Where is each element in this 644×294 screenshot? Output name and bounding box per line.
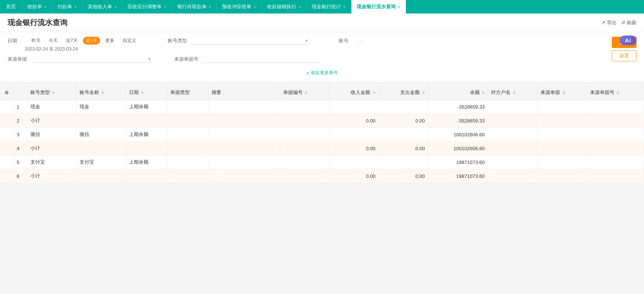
nav-tab-shoukuanxiaoxiao[interactable]: 收款核销执行 × [262,0,306,13]
td-date: 上期余额 [126,128,167,142]
close-icon[interactable]: × [74,4,77,9]
close-icon[interactable]: × [299,4,301,9]
th-source-doc[interactable]: 来源单据 ⇅ [537,85,587,100]
collapse-bar[interactable]: ∧ 收起更多条件 [8,68,636,78]
table-row: 2小计0.000.00-3528659.33 [0,114,644,128]
td-summary [208,142,280,155]
source-doc-no-label: 来源单据号 [174,56,198,63]
td-source-doc [537,169,587,183]
dots-icon[interactable]: ··· [357,37,364,44]
account-type-select[interactable]: ▾ [190,37,310,45]
date-label: 日期 [8,37,23,44]
nav-tab-yushou[interactable]: 预收冲应收单 × [217,0,261,13]
td-expense: 0.00 [379,142,428,155]
nav-home[interactable]: 首页 [0,0,22,13]
export-icon: ↗ [601,20,605,25]
th-counterparty[interactable]: 对方户名 ⇅ [488,85,537,100]
td-income [329,155,379,169]
date-option-custom[interactable]: 自定义 [120,37,139,45]
page-header: 现金银行流水查询 ↗ 导出 ↺ 刷新 [0,13,644,32]
td-account-type: 小计 [27,114,77,128]
td-counterparty [488,100,537,114]
td-income: 0.00 [329,114,379,128]
chevron-down-icon: ▾ [305,38,308,43]
export-button[interactable]: ↗ 导出 [601,19,617,26]
source-doc-select[interactable]: ▾ [33,55,153,63]
date-option-yesterday[interactable]: 昨天 [29,37,44,45]
td-source-doc-no [587,155,644,169]
th-doc-no[interactable]: 单据编号 ⇅ [280,85,329,100]
filter-area: 日期 昨天 今天 近7天 近1月 更多 自定义 账号类型 ▾ [0,32,644,82]
nav-tab-shoukuandan[interactable]: 收款单 × [22,0,52,13]
close-icon[interactable]: × [343,4,345,9]
refresh-button[interactable]: ↺ 刷新 [621,19,636,26]
nav-tab-qitashouru[interactable]: 其他收入单 × [83,0,122,13]
close-icon[interactable]: × [44,4,47,9]
td-account-type: 微信 [27,128,77,142]
close-icon[interactable]: × [114,4,117,9]
source-doc-no-input[interactable] [201,55,321,63]
date-option-more[interactable]: 更多 [102,37,117,45]
td-account-type: 小计 [27,169,77,183]
td-expense: 0.00 [379,114,428,128]
th-balance[interactable]: 余额 ⇅ [428,85,488,100]
td-summary [208,155,280,169]
ai-badge[interactable]: Ai [620,36,636,45]
td-doc-type [167,128,208,142]
td-doc-type [167,169,208,183]
th-source-doc-no[interactable]: 来源单据号 ⇅ [587,85,644,100]
td-summary [208,114,280,128]
td-index: 5 [14,155,27,169]
nav-tab-yinhang[interactable]: 银行存取款单 × [172,0,217,13]
th-account-type[interactable]: 账号类型 ⇅ [27,85,77,100]
td-balance: -3528659.33 [428,100,488,114]
td-date: 上期余额 [126,155,167,169]
source-doc-label: 来源单据 [8,56,27,63]
nav-tab-fukuandan[interactable]: 付款单 × [52,0,82,13]
td-gear [0,100,14,114]
table-row: 5支付宝支付宝上期余额19871073.60 [0,155,644,169]
td-source-doc [537,114,587,128]
top-nav: 首页 收款单 × 付款单 × 其他收入单 × 应收应付调整单 × 银行存取款单 … [0,0,644,13]
close-icon[interactable]: × [398,4,400,9]
date-option-7days[interactable]: 近7天 [63,37,81,45]
td-account-name [77,114,126,128]
date-option-today[interactable]: 今天 [46,37,61,45]
td-index: 4 [14,142,27,155]
td-income: 0.00 [329,142,379,155]
table-row: 1现金现金上期余额-3528659.33 [0,100,644,114]
td-doc-type [167,155,208,169]
date-options: 昨天 今天 近7天 近1月 更多 自定义 [29,37,139,45]
td-expense [379,100,428,114]
td-balance: -3528659.33 [428,114,488,128]
th-date[interactable]: 日期 ⇅ [126,85,167,100]
close-icon[interactable]: × [164,4,166,9]
th-doc-type: 单据类型 [167,85,208,100]
td-summary [208,128,280,142]
td-income [329,100,379,114]
nav-tab-liushui[interactable]: 现金银行流水查询 × [351,0,406,13]
nav-tab-yingshou[interactable]: 应收应付调整单 × [122,0,172,13]
account-label: 账号 [339,37,354,44]
close-icon[interactable]: × [209,4,211,9]
td-doc-type [167,142,208,155]
td-date: 上期余额 [126,100,167,114]
td-source-doc [537,142,587,155]
th-account-name[interactable]: 账号名称 ⇅ [77,85,126,100]
settings-button[interactable]: 设置 [612,50,636,61]
table-row: 3微信微信上期余额100102606.60 [0,128,644,142]
td-counterparty [488,169,537,183]
close-icon[interactable]: × [254,4,256,9]
th-expense[interactable]: 支出金额 ⇅ [379,85,428,100]
td-income [329,128,379,142]
th-gear[interactable]: ⚙ [0,85,14,100]
refresh-icon: ↺ [621,20,625,25]
td-counterparty [488,128,537,142]
td-gear [0,155,14,169]
td-source-doc-no [587,128,644,142]
date-option-1month[interactable]: 近1月 [83,37,101,45]
td-summary [208,100,280,114]
td-gear [0,169,14,183]
th-income[interactable]: 收入金额 ⇅ [329,85,379,100]
nav-tab-tongji[interactable]: 现金银行统计 × [306,0,351,13]
